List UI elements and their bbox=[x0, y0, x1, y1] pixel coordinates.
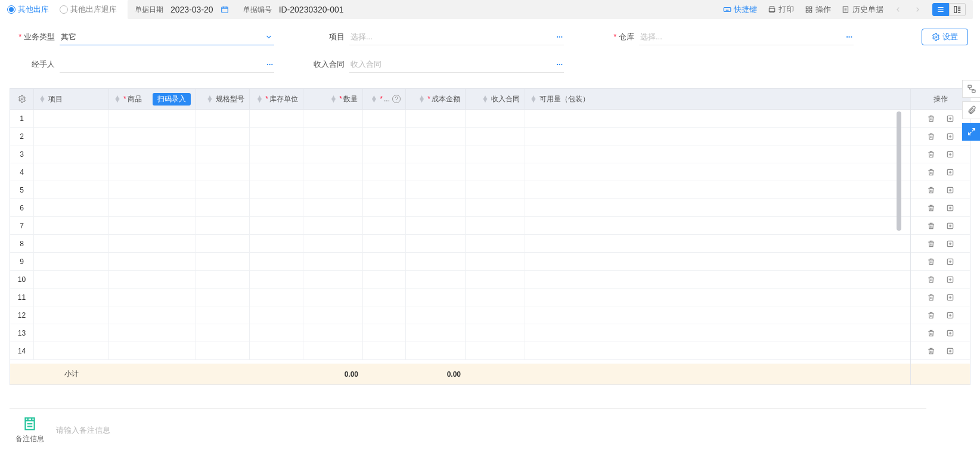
table-cell[interactable] bbox=[363, 324, 406, 342]
table-cell[interactable] bbox=[363, 110, 406, 127]
table-cell[interactable] bbox=[250, 217, 303, 234]
table-cell[interactable] bbox=[250, 253, 303, 270]
table-cell[interactable] bbox=[196, 128, 250, 145]
delete-row-button[interactable] bbox=[927, 204, 935, 212]
table-cell[interactable] bbox=[363, 235, 406, 252]
table-cell[interactable] bbox=[250, 289, 303, 306]
add-row-button[interactable] bbox=[946, 258, 954, 266]
table-cell[interactable] bbox=[34, 199, 109, 216]
table-cell[interactable] bbox=[196, 217, 250, 234]
table-cell[interactable] bbox=[466, 306, 525, 324]
table-cell[interactable] bbox=[363, 199, 406, 216]
table-cell[interactable] bbox=[303, 110, 363, 127]
table-cell[interactable] bbox=[250, 324, 303, 342]
table-cell[interactable] bbox=[406, 271, 466, 288]
table-cell[interactable] bbox=[196, 342, 250, 359]
history-button[interactable]: 历史单据 bbox=[842, 4, 883, 15]
table-row[interactable]: 8 bbox=[10, 235, 910, 253]
table-cell[interactable] bbox=[109, 181, 196, 198]
table-row[interactable]: 11 bbox=[10, 289, 910, 306]
table-cell[interactable] bbox=[250, 271, 303, 288]
table-cell[interactable] bbox=[363, 145, 406, 163]
add-row-button[interactable] bbox=[946, 329, 954, 337]
add-row-button[interactable] bbox=[946, 240, 954, 248]
table-cell[interactable] bbox=[406, 306, 466, 324]
delete-row-button[interactable] bbox=[927, 240, 935, 248]
add-row-button[interactable] bbox=[946, 311, 954, 319]
table-cell[interactable] bbox=[466, 324, 525, 342]
delete-row-button[interactable] bbox=[927, 329, 935, 337]
table-cell[interactable] bbox=[525, 306, 910, 324]
add-row-button[interactable] bbox=[946, 275, 954, 284]
table-cell[interactable] bbox=[250, 110, 303, 127]
table-cell[interactable] bbox=[303, 324, 363, 342]
add-row-button[interactable] bbox=[946, 150, 954, 159]
table-row[interactable]: 9 bbox=[10, 253, 910, 271]
table-cell[interactable] bbox=[466, 110, 525, 127]
table-cell[interactable] bbox=[303, 128, 363, 145]
table-cell[interactable] bbox=[363, 289, 406, 306]
scroll-thumb[interactable] bbox=[897, 111, 901, 231]
table-cell[interactable] bbox=[406, 217, 466, 234]
help-icon[interactable]: ? bbox=[392, 95, 401, 103]
table-cell[interactable] bbox=[196, 306, 250, 324]
table-cell[interactable] bbox=[466, 271, 525, 288]
table-cell[interactable] bbox=[196, 289, 250, 306]
table-cell[interactable] bbox=[196, 253, 250, 270]
radio-other-out-return[interactable]: 其他出库退库 bbox=[60, 4, 117, 15]
table-cell[interactable] bbox=[196, 181, 250, 198]
add-row-button[interactable] bbox=[946, 204, 954, 212]
view-detail-button[interactable] bbox=[949, 3, 966, 16]
table-cell[interactable] bbox=[466, 163, 525, 181]
table-row[interactable]: 13 bbox=[10, 324, 910, 342]
table-cell[interactable] bbox=[34, 289, 109, 306]
table-cell[interactable] bbox=[406, 145, 466, 163]
table-cell[interactable] bbox=[525, 145, 910, 163]
table-cell[interactable] bbox=[525, 253, 910, 270]
table-cell[interactable] bbox=[363, 271, 406, 288]
table-cell[interactable] bbox=[34, 217, 109, 234]
settings-button[interactable]: 设置 bbox=[922, 29, 968, 45]
table-cell[interactable] bbox=[363, 128, 406, 145]
delete-row-button[interactable] bbox=[927, 311, 935, 319]
table-cell[interactable] bbox=[196, 324, 250, 342]
col-unit[interactable]: ▲▼ * 库存单位 bbox=[250, 89, 303, 109]
table-cell[interactable] bbox=[303, 163, 363, 181]
table-row[interactable]: 14 bbox=[10, 342, 910, 360]
delete-row-button[interactable] bbox=[927, 222, 935, 230]
table-row[interactable]: 10 bbox=[10, 271, 910, 289]
table-cell[interactable] bbox=[250, 128, 303, 145]
table-cell[interactable] bbox=[303, 342, 363, 359]
table-cell[interactable] bbox=[406, 128, 466, 145]
table-cell[interactable] bbox=[34, 128, 109, 145]
table-cell[interactable] bbox=[109, 235, 196, 252]
add-row-button[interactable] bbox=[946, 168, 954, 176]
table-cell[interactable] bbox=[34, 253, 109, 270]
table-cell[interactable] bbox=[303, 235, 363, 252]
table-cell[interactable] bbox=[34, 145, 109, 163]
table-cell[interactable] bbox=[303, 306, 363, 324]
table-cell[interactable] bbox=[196, 199, 250, 216]
side-tab-expand[interactable] bbox=[962, 123, 980, 141]
table-cell[interactable] bbox=[363, 306, 406, 324]
delete-row-button[interactable] bbox=[927, 258, 935, 266]
next-button[interactable] bbox=[913, 5, 922, 14]
table-cell[interactable] bbox=[406, 289, 466, 306]
table-cell[interactable] bbox=[525, 342, 910, 359]
table-cell[interactable] bbox=[196, 163, 250, 181]
table-cell[interactable] bbox=[109, 110, 196, 127]
add-row-button[interactable] bbox=[946, 293, 954, 302]
add-row-button[interactable] bbox=[946, 132, 954, 141]
calendar-icon[interactable] bbox=[221, 5, 229, 14]
col-amount[interactable]: ▲▼ * 成本金额 bbox=[406, 89, 466, 109]
table-cell[interactable] bbox=[466, 217, 525, 234]
table-cell[interactable] bbox=[466, 253, 525, 270]
handler-input[interactable]: ··· bbox=[60, 56, 274, 73]
table-cell[interactable] bbox=[250, 306, 303, 324]
table-cell[interactable] bbox=[109, 145, 196, 163]
table-cell[interactable] bbox=[525, 289, 910, 306]
table-cell[interactable] bbox=[406, 199, 466, 216]
table-cell[interactable] bbox=[250, 163, 303, 181]
table-cell[interactable] bbox=[363, 217, 406, 234]
project-input[interactable]: 选择... ··· bbox=[349, 29, 564, 45]
